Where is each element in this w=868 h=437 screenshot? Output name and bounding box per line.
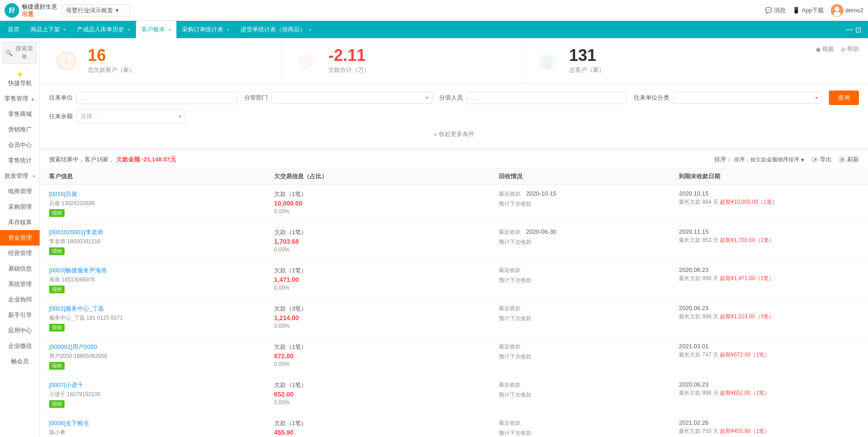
sidebar-item-retail-mall[interactable]: 零售商城	[0, 106, 40, 122]
close-tab-production-icon[interactable]: ×	[127, 27, 130, 32]
tab-home[interactable]: 首页	[2, 21, 25, 38]
query-button[interactable]: 查询	[829, 90, 859, 105]
chevron-down-icon: ▾	[115, 7, 119, 14]
filter-collapse-area: « 收起更多条件	[49, 128, 859, 141]
return-info-5: 最近收款 预计下次收款	[499, 381, 679, 399]
due-detail-5: 最长欠款 998 天 超期¥652.00（1笔）	[679, 389, 859, 397]
next-collect-1: 预计下次收款	[499, 238, 679, 246]
recent-collect-date-0: 2020-10-15	[526, 190, 557, 197]
sidebar-item-batch-mgmt[interactable]: 批发管理 ▾	[0, 168, 40, 184]
sidebar-item-inventory[interactable]: 库存核算	[0, 215, 40, 230]
customer-name-5[interactable]: [0007]小进千	[49, 381, 274, 389]
sidebar-item-basic-info[interactable]: 基础信息	[0, 261, 40, 276]
sidebar-item-ecommerce[interactable]: 电商管理	[0, 184, 40, 199]
customer-name-2[interactable]: [0003]畅捷服务尹海燕	[49, 266, 274, 275]
from-unit-input[interactable]: ...	[76, 92, 237, 104]
customer-contact-1: 李老师 18600391516	[49, 238, 274, 246]
filter-area: 往来单位 ... 分管部门 ▾ 分管人员 ...	[40, 84, 868, 147]
table-row: [0002]服务中心_丁磊 服务中心_丁磊 181 0125 8371 现销 欠…	[40, 299, 868, 337]
due-info-1: 2020.11.15 最长欠款 853 天 超期¥1,703.68（1笔）	[679, 228, 859, 244]
overdue-link-4[interactable]: 超期¥672.00（1笔）	[720, 352, 770, 358]
sidebar-item-new-guide[interactable]: 新手引导	[0, 307, 40, 323]
customer-name-4[interactable]: [000002]用户2050	[49, 343, 274, 351]
minimize-tab-icon[interactable]: —	[846, 25, 853, 34]
message-button[interactable]: 💬 消息	[765, 6, 786, 15]
customer-name-3[interactable]: [0002]服务中心_丁磊	[49, 305, 274, 313]
debt-amount-5: 652.00	[274, 391, 499, 398]
due-info-4: 2021.03.01 最长欠款 747 天 超期¥672.00（1笔）	[679, 343, 859, 359]
sidebar-item-member[interactable]: 会员中心	[0, 137, 40, 153]
dept-select[interactable]: ▾	[271, 92, 432, 104]
refresh-icon: ↺	[838, 156, 846, 163]
sidebar-item-enterprise-collab[interactable]: 企业协同	[0, 292, 40, 307]
sidebar-item-purchase[interactable]: 采购管理	[0, 199, 40, 215]
overdue-link-6[interactable]: 超期¥455.90（1笔）	[720, 428, 770, 434]
company-selector[interactable]: 母婴行业演示账套 ▾	[62, 5, 130, 16]
due-detail-3: 最长欠款 998 天 超期¥1,214.00（3笔）	[679, 313, 859, 321]
overdue-link-5[interactable]: 超期¥652.00（1笔）	[720, 390, 770, 396]
sidebar-item-app-center[interactable]: 应用中心	[0, 323, 40, 338]
sidebar-item-enterprise-wechat[interactable]: 企业微信	[0, 338, 40, 354]
stat-label-debt-total: 欠款合计（万）	[328, 66, 370, 74]
table-row: [0007]小进千 小进千 18279152100 现销 欠款（1笔） 652.…	[40, 376, 868, 414]
debt-ratio-2: 0.00%	[274, 285, 499, 291]
sidebar-item-quick-nav[interactable]: ⚡ 快捷导航	[0, 67, 40, 91]
overdue-link-3[interactable]: 超期¥1,214.00（3笔）	[720, 313, 774, 320]
maximize-tab-icon[interactable]: ⊡	[855, 25, 861, 34]
app-download-button[interactable]: 📱 App下载	[793, 6, 824, 15]
stat-number-total-customers: 131	[569, 47, 605, 64]
refresh-button[interactable]: ↺ 刷新	[838, 156, 859, 164]
customer-name-0[interactable]: [0016]吕俊	[49, 190, 274, 198]
unit-category-select[interactable]: ▾	[673, 92, 822, 104]
debt-amount-6: 455.90	[274, 429, 499, 436]
close-tab-products-icon[interactable]: ×	[63, 27, 66, 32]
sidebar-item-vip-member[interactable]: 畅会员	[0, 354, 40, 369]
sidebar-item-retail-mgmt[interactable]: 零售管理 ▲	[0, 91, 40, 106]
export-button[interactable]: ↗ 导出	[811, 156, 832, 164]
balance-select[interactable]: 选择... ▾	[76, 110, 186, 123]
customer-name-1[interactable]: [0001020001]李老师	[49, 228, 274, 236]
tab-customer-account[interactable]: 客户账本 ×	[136, 21, 176, 38]
customer-name-6[interactable]: [0006]去下粮仓	[49, 419, 274, 427]
user-avatar-area[interactable]: demo2	[831, 4, 863, 17]
collapse-button[interactable]: « 收起更多条件	[434, 130, 474, 138]
tab-purchase-stats[interactable]: 采购订单统计表 ×	[176, 21, 235, 38]
customer-tag-2: 现销	[49, 286, 65, 293]
sort-select[interactable]: 排序： 排序：按欠款金额倒序排序 ▾	[714, 156, 804, 164]
due-info-0: 2020.10.15 最长欠款 884 天 超期¥10,000.00（1笔）	[679, 190, 859, 206]
return-info-4: 最近收款 预计下次收款	[499, 343, 679, 361]
due-detail-2: 最长欠款 998 天 超期¥1,471.00（1笔）	[679, 275, 859, 282]
video-link[interactable]: ◉ 视频	[816, 45, 834, 53]
due-detail-4: 最长欠款 747 天 超期¥672.00（1笔）	[679, 351, 859, 359]
table-header: 客户信息 欠交易信息（占比） 回收情况 到期未收款日期	[40, 169, 868, 185]
sidebar-item-finance[interactable]: 资金管理	[0, 230, 40, 246]
recent-collect-label-1: 最近收款	[499, 229, 521, 235]
sidebar-item-marketing[interactable]: 营销推广	[0, 122, 40, 137]
debt-info-5: 欠款（1笔） 652.00 0.00%	[274, 381, 499, 406]
message-icon: 💬	[765, 7, 772, 14]
close-tab-customer-icon[interactable]: ×	[168, 27, 171, 32]
search-menu-button[interactable]: 🔍 搜索菜单	[3, 42, 37, 64]
help-link[interactable]: ⊘ 帮助	[841, 45, 859, 53]
close-tab-stock-icon[interactable]: ×	[309, 27, 311, 32]
due-detail-0: 最长欠款 884 天 超期¥10,000.00（1笔）	[679, 198, 859, 206]
debt-count-3: 欠款（3笔）	[274, 305, 499, 313]
sidebar-item-retail-stats[interactable]: 零售统计	[0, 153, 40, 168]
customer-info-1: [0001020001]李老师 李老师 18600391516 现销	[49, 228, 274, 255]
tab-production-history[interactable]: 产成品入库单历史 ×	[71, 21, 135, 38]
col-header-due: 到期未收款日期	[679, 172, 859, 181]
overdue-link-0[interactable]: 超期¥10,000.00（1笔）	[720, 199, 778, 205]
overdue-link-1[interactable]: 超期¥1,703.68（1笔）	[720, 237, 774, 243]
debt-info-6: 欠款（1笔） 455.90 0.00%	[274, 419, 499, 437]
person-input[interactable]: ...	[467, 92, 627, 104]
sidebar-item-operations[interactable]: 经营管理	[0, 246, 40, 261]
sidebar-item-system[interactable]: 系统管理	[0, 276, 40, 292]
tab-products-off[interactable]: 商品上下架 ×	[25, 21, 71, 38]
recent-collect-label-5: 最近收款	[499, 382, 521, 388]
tab-stock-stats[interactable]: 进货单统计表（按商品） ×	[235, 21, 317, 38]
top-bar: 好 畅捷通好生意 示意 母婴行业演示账套 ▾ 💬 消息 📱 App下载	[0, 0, 868, 21]
close-tab-purchase-icon[interactable]: ×	[226, 27, 229, 32]
overdue-link-2[interactable]: 超期¥1,471.00（1笔）	[720, 275, 774, 281]
svg-rect-8	[545, 63, 550, 69]
top-right-links: ◉ 视频 ⊘ 帮助	[816, 45, 859, 53]
